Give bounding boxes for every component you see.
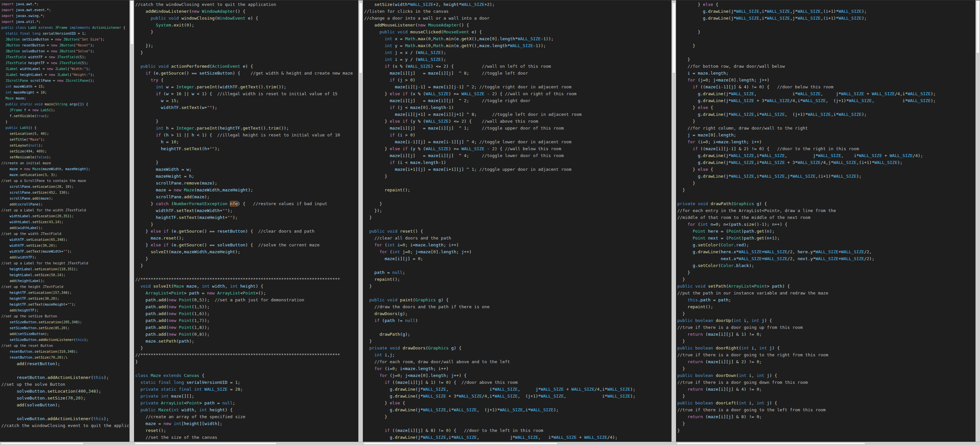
code-line[interactable]: public void paint(Graphics g) {: [364, 297, 671, 303]
vertical-scrollbar-4[interactable]: [975, 0, 980, 442]
vertical-scrollbar-1[interactable]: [129, 0, 134, 442]
code-line[interactable]: widthTF.setSize(30,20);: [1, 242, 129, 248]
code-line[interactable]: }: [135, 118, 358, 124]
code-line[interactable]: setSizeButton.setSize(85,20);: [1, 325, 129, 331]
code-line[interactable]: path.add(new Point(0,8));: [135, 331, 358, 338]
code-line[interactable]: path.add(new Point(1,8));: [135, 324, 358, 331]
code-line[interactable]: //**************************************…: [135, 276, 358, 283]
code-line[interactable]: g.drawLine(j*WALL_SIZE + 3*WALL_SIZE/4,i…: [677, 97, 975, 104]
code-line[interactable]: });: [135, 42, 358, 49]
code-line[interactable]: }: [364, 173, 671, 180]
code-line[interactable]: addWindowListener(new WindowAdapter() {: [135, 8, 358, 15]
code-line[interactable]: for (j=0; j<maze[0].length; j++): [677, 77, 975, 83]
code-line[interactable]: try {: [135, 77, 358, 83]
vertical-scrollbar-thumb-4[interactable]: [976, 0, 980, 53]
code-line[interactable]: int i = y / (WALL_SIZE);: [364, 56, 671, 63]
code-line[interactable]: for (j=0; j<maze[0].length; j++) {: [364, 372, 671, 379]
code-line[interactable]: add(heightLabel);: [1, 278, 129, 284]
code-line[interactable]: } else if (x % (WALL_SIZE) >= WALL_SIZE …: [364, 90, 671, 97]
code-line[interactable]: import java.awt.event.*;: [1, 7, 129, 13]
horizontal-scrollbar-3[interactable]: [363, 442, 676, 445]
code-line[interactable]: path.add(new Point(1,5));: [135, 303, 358, 310]
code-line[interactable]: heightTF.setLocation(157,348);: [1, 290, 129, 295]
code-line[interactable]: setResizable(false);: [1, 154, 129, 160]
code-line[interactable]: g.drawLine(j*WALL_SIZE,i*WALL_SIZE, (j+1…: [364, 407, 671, 413]
code-line[interactable]: }: [364, 413, 671, 420]
code-line[interactable]: repaint();: [364, 276, 671, 283]
horizontal-scrollbar-2[interactable]: [134, 442, 363, 445]
code-line[interactable]: [364, 420, 671, 427]
code-line[interactable]: //**************************************…: [135, 351, 358, 358]
code-line[interactable]: widthLabel.setLocation(20,351);: [1, 213, 129, 219]
code-line[interactable]: solveIt(maze,mazeWidth,mazeHeight);: [135, 248, 358, 255]
code-line[interactable]: heightTF.setSize(30,20);: [1, 295, 129, 301]
code-line[interactable]: repaint();: [364, 187, 671, 193]
code-line[interactable]: int mazeHeight = 10;: [1, 89, 129, 95]
code-line[interactable]: if (j < maze[0].length-1): [364, 104, 671, 111]
code-line[interactable]: //set up the width JTextField: [1, 231, 129, 236]
code-line[interactable]: path = null;: [364, 269, 671, 276]
code-line[interactable]: if (path != null): [364, 317, 671, 324]
code-line[interactable]: addMouseListener(new MouseAdapter() {: [364, 22, 671, 29]
code-line[interactable]: //catch the windowClosing event to quit …: [1, 422, 129, 429]
code-line[interactable]: private static final int WALL_SIZE = 28;: [135, 386, 358, 392]
code-line[interactable]: }: [677, 269, 975, 276]
code-line[interactable]: add(widthTF);: [1, 254, 129, 260]
code-line[interactable]: //catch the windowClosing event to quit …: [135, 1, 358, 8]
code-line[interactable]: if (h > 11 || h < 1) { //illegal height …: [135, 132, 358, 139]
code-line[interactable]: //for bottom row, draw door/wall below: [677, 63, 975, 70]
code-area-1[interactable]: import java.awt.*;import java.awt.event.…: [0, 0, 129, 442]
code-line[interactable]: [135, 111, 358, 118]
code-line[interactable]: maze[i][j] = maze[i][j] ^ 4; //toggle lo…: [364, 152, 671, 159]
code-line[interactable]: return (maze[i][j] & 4) != 0;: [677, 386, 975, 392]
code-line[interactable]: public void actionPerformed(ActionEvent …: [135, 63, 358, 70]
code-line[interactable]: }: [677, 276, 975, 283]
code-line[interactable]: //for each entry in the ArrayList<Point>…: [677, 207, 975, 214]
code-line[interactable]: if ((maze[i][j] & 8) != 0) { //door to t…: [364, 427, 671, 434]
vertical-scrollbar-thumb-1[interactable]: [130, 0, 134, 45]
code-line[interactable]: [135, 56, 358, 63]
code-line[interactable]: }: [1, 119, 129, 124]
code-line[interactable]: if ((maze[i][j-1] & 2) != 0) { //door to…: [677, 145, 975, 152]
code-line[interactable]: }: [364, 214, 671, 221]
code-line[interactable]: setSizeButton.addActionListener(this);: [1, 337, 129, 343]
code-line[interactable]: if ((maze[i-1][j] & 4) != 0) { //door be…: [677, 83, 975, 90]
code-line[interactable]: return (maze[i][j] & 2) != 0;: [677, 358, 975, 365]
code-line[interactable]: int i,j;: [364, 351, 671, 358]
code-line[interactable]: public class Lab5 extends JFrame impleme…: [1, 24, 129, 30]
code-line[interactable]: JFrame f = new Lab5();: [1, 107, 129, 113]
code-line[interactable]: //true if there is a door going to the l…: [677, 407, 975, 413]
code-line[interactable]: } else if (e.getSource() == solveButton)…: [135, 241, 358, 248]
code-line[interactable]: }: [135, 49, 358, 56]
code-line[interactable]: } else if (y % (WALL_SIZE) >= WALL_SIZE …: [364, 145, 671, 152]
code-line[interactable]: g.drawLine(j*WALL_SIZE,i*WALL_SIZE,j*WAL…: [677, 8, 975, 15]
code-line[interactable]: }: [364, 283, 671, 290]
code-line[interactable]: [1, 408, 129, 415]
code-line[interactable]: reset();: [135, 427, 358, 434]
code-line[interactable]: [135, 269, 358, 276]
code-line[interactable]: add(solveButton);: [1, 402, 129, 408]
code-line[interactable]: widthTF.setText(mazeWidth+"");: [1, 248, 129, 254]
vertical-scrollbar-thumb-3[interactable]: [672, 3, 676, 73]
code-line[interactable]: path.add(new Point(1,6));: [135, 310, 358, 317]
code-line[interactable]: i = maze.length;: [677, 70, 975, 77]
code-line[interactable]: setLayout(null);: [1, 142, 129, 148]
code-line[interactable]: //put the path in our instance variable …: [677, 290, 975, 297]
code-line[interactable]: Point here = (Point)path.get(n);: [677, 228, 975, 234]
code-line[interactable]: //true if there is a door going up from …: [677, 324, 975, 331]
vertical-scrollbar-3[interactable]: [671, 0, 676, 442]
code-line[interactable]: int w = Integer.parseInt(widthTF.getText…: [135, 83, 358, 90]
code-line[interactable]: JTextField widthTF = new JTextField(5);: [1, 54, 129, 60]
code-line[interactable]: [677, 49, 975, 56]
code-line[interactable]: int y = Math.max(0,Math.min(e.getY(),maz…: [364, 42, 671, 49]
code-line[interactable]: heightTF.setText(mazeHeight+"");: [135, 214, 358, 221]
code-line[interactable]: import javax.swing.*;: [1, 13, 129, 19]
code-line[interactable]: g.drawLine(j*WALL_SIZE,i*WALL_SIZE, j*WA…: [364, 434, 671, 441]
code-line[interactable]: if (x % (WALL_SIZE) <= 2) { //wall on le…: [364, 63, 671, 70]
code-line[interactable]: public void setPath(ArrayList<Point> pat…: [677, 283, 975, 290]
code-line[interactable]: public boolean doorLeft(int i, int j) {: [677, 400, 975, 407]
code-line[interactable]: public static void main(String args[]) {: [1, 101, 129, 107]
code-line[interactable]: heightLabel.setSize(50,14);: [1, 272, 129, 278]
code-line[interactable]: JTextField heightTF = new JTextField(5);: [1, 60, 129, 66]
code-line[interactable]: }: [677, 365, 975, 372]
